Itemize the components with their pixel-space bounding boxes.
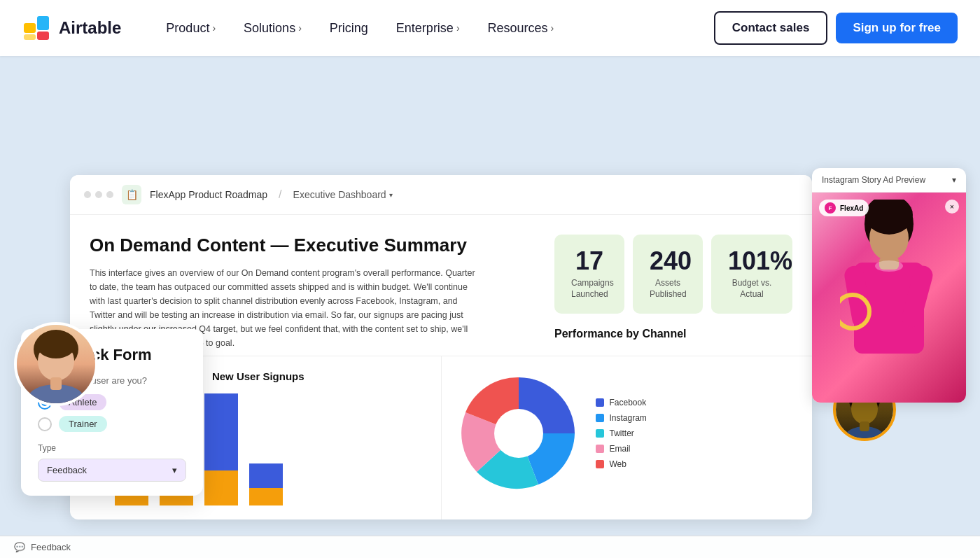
stat-label-campaigns: CampaignsLaunched	[571, 278, 608, 300]
legend-label-email: Email	[610, 444, 631, 454]
instagram-brand-overlay: F FlexAd	[819, 200, 869, 216]
avatar-woman	[14, 322, 98, 406]
brand-icon: F	[825, 202, 836, 214]
stat-label-assets: AssetsPublished	[650, 278, 686, 300]
airtable-logo-icon	[22, 13, 52, 43]
dot-3	[106, 191, 113, 198]
field-type-label: Type	[38, 443, 186, 453]
legend-dot-facebook	[596, 398, 604, 407]
legend-dot-email	[596, 445, 604, 453]
dot-2	[95, 191, 102, 198]
feedback-type-select[interactable]: Feedback ▾	[38, 459, 186, 482]
radio-trainer-outer[interactable]	[38, 417, 52, 431]
nav-item-resources[interactable]: Resources ›	[477, 15, 566, 41]
legend-dot-web	[596, 460, 604, 468]
svg-rect-1	[37, 16, 49, 30]
legend-twitter: Twitter	[596, 428, 647, 438]
feedback-bar[interactable]: 💬 Feedback	[0, 536, 980, 558]
feedback-icon: 💬	[14, 542, 25, 552]
navbar: Airtable Product › Solutions › Pricing E…	[0, 0, 980, 56]
legend-dot-twitter	[596, 429, 604, 438]
bar-group-4	[249, 393, 283, 505]
avatar-woman-svg	[17, 325, 95, 403]
bar-orange-4	[249, 488, 283, 505]
nav-item-enterprise[interactable]: Enterprise ›	[385, 15, 471, 41]
stat-label-budget: Budget vs.Actual	[728, 278, 776, 300]
chevron-down-icon: ▾	[952, 175, 956, 185]
legend-facebook: Facebook	[596, 398, 647, 407]
radio-trainer-label: Trainer	[59, 416, 107, 432]
pie-area: Facebook Instagram Twitter Email	[456, 370, 793, 496]
svg-point-7	[36, 330, 76, 358]
legend-dot-instagram	[596, 414, 604, 422]
svg-rect-0	[24, 23, 36, 33]
tab-name[interactable]: Executive Dashboard ▾	[293, 189, 393, 200]
bar-blue-3	[204, 393, 238, 470]
chart-legend: Facebook Instagram Twitter Email	[596, 398, 647, 469]
chevron-down-icon: ▾	[389, 191, 393, 199]
separator: /	[279, 188, 281, 201]
instagram-image: F FlexAd ×	[812, 193, 966, 403]
exec-title: On Demand Content — Executive Summary	[90, 235, 538, 256]
instagram-close-button[interactable]: ×	[945, 200, 959, 214]
chevron-right-icon: ›	[298, 22, 302, 34]
bar-group-3	[204, 393, 238, 505]
stat-budget: 101% Budget vs.Actual	[711, 235, 792, 314]
app-icon: 📋	[122, 185, 141, 204]
stat-number-budget: 101%	[728, 249, 776, 274]
nav-item-product[interactable]: Product ›	[155, 15, 227, 41]
performance-chart: Facebook Instagram Twitter Email	[442, 356, 813, 519]
nav-item-solutions[interactable]: Solutions ›	[232, 15, 313, 41]
dashboard-right: 17 CampaignsLaunched 240 AssetsPublished…	[554, 235, 792, 350]
legend-web: Web	[596, 459, 647, 469]
feedback-bar-label: Feedback	[31, 542, 71, 552]
stat-number-assets: 240	[650, 249, 686, 274]
radio-trainer[interactable]: Trainer	[38, 416, 186, 432]
stats-row: 17 CampaignsLaunched 240 AssetsPublished…	[554, 235, 792, 314]
brand-name: FlexAd	[840, 204, 863, 212]
chevron-right-icon: ›	[456, 22, 460, 34]
chevron-right-icon: ›	[551, 22, 554, 34]
legend-label-twitter: Twitter	[610, 428, 634, 438]
app-name: FlexApp Product Roadmap	[150, 189, 267, 200]
logo[interactable]: Airtable	[22, 13, 121, 43]
stat-campaigns: 17 CampaignsLaunched	[554, 235, 624, 314]
signup-button[interactable]: Sign up for free	[836, 13, 958, 43]
instagram-person-figure	[840, 200, 938, 396]
chevron-right-icon: ›	[212, 22, 216, 34]
stat-assets: 240 AssetsPublished	[633, 235, 703, 314]
legend-label-instagram: Instagram	[610, 413, 647, 423]
instagram-header-label: Instagram Story Ad Preview	[822, 175, 925, 185]
legend-label-facebook: Facebook	[610, 398, 647, 407]
legend-instagram: Instagram	[596, 413, 647, 423]
logo-text: Airtable	[59, 18, 121, 38]
svg-point-22	[875, 260, 903, 272]
nav-actions: Contact sales Sign up for free	[714, 11, 958, 45]
legend-email: Email	[596, 444, 647, 454]
dot-1	[84, 191, 91, 198]
svg-rect-3	[24, 34, 36, 40]
contact-sales-button[interactable]: Contact sales	[714, 11, 828, 45]
dashboard-header: 📋 FlexApp Product Roadmap / Executive Da…	[70, 175, 812, 215]
stat-number-campaigns: 17	[571, 249, 608, 274]
bar-orange-3	[204, 470, 238, 505]
svg-rect-13	[860, 421, 869, 431]
main-content: 📋 FlexApp Product Roadmap / Executive Da…	[0, 56, 980, 558]
channel-title: Performance by Channel	[554, 328, 792, 340]
chevron-down-icon: ▾	[172, 465, 177, 475]
svg-point-4	[494, 409, 543, 458]
avatar-woman-face	[17, 325, 95, 403]
svg-rect-9	[50, 377, 62, 390]
svg-rect-2	[37, 32, 49, 40]
instagram-preview-header: Instagram Story Ad Preview ▾	[812, 168, 966, 193]
pie-chart-svg	[456, 370, 582, 496]
legend-label-web: Web	[610, 459, 626, 469]
window-dots	[84, 191, 113, 198]
instagram-preview: Instagram Story Ad Preview ▾ F FlexAd ×	[812, 168, 966, 403]
nav-links: Product › Solutions › Pricing Enterprise…	[155, 15, 691, 41]
nav-item-pricing[interactable]: Pricing	[318, 15, 379, 41]
select-value: Feedback	[47, 465, 87, 475]
bar-blue-4	[249, 463, 283, 488]
